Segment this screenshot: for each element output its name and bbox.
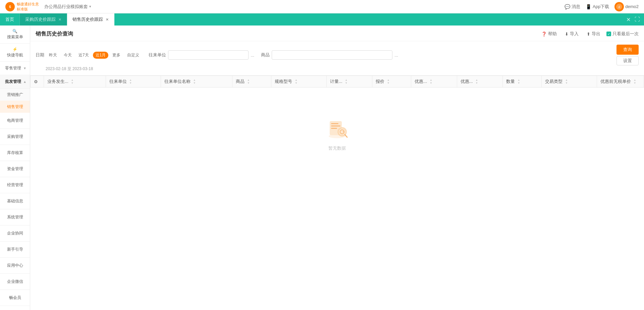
logo-text: 畅捷通好生意 标准版 bbox=[17, 2, 39, 11]
close-window-button[interactable]: ✕ bbox=[626, 16, 631, 23]
svg-rect-7 bbox=[331, 125, 340, 126]
sidebar-item-label: 系统管理 bbox=[7, 214, 23, 220]
app-download-action[interactable]: 📱 App下载 bbox=[586, 4, 609, 10]
top-header: 6 畅捷通好生意 标准版 办公用品行业模拟账套 ▾ 💬 消息 📱 App下载 d… bbox=[0, 0, 644, 13]
logo-icon: 6 bbox=[5, 2, 15, 11]
th-pre-tax[interactable]: 优惠前无税单价 ▲▼ bbox=[597, 76, 644, 88]
sidebar-item-inventory[interactable]: 库存核算 bbox=[0, 145, 30, 161]
tab-purchase-label: 采购历史价跟踪 bbox=[25, 16, 56, 22]
user-area[interactable]: d demo2 bbox=[614, 2, 639, 11]
sidebar-item-wholesale-mgmt[interactable]: 批发管理 ▲ bbox=[0, 75, 30, 89]
page-header: 销售历史价查询 ❓ 帮助 ⬇ 导入 ⬆ 导出 ✓ bbox=[30, 25, 644, 41]
date-btn-more[interactable]: 更多 bbox=[110, 52, 123, 59]
th-quote[interactable]: 报价 ▲▼ bbox=[372, 76, 411, 88]
th-partner-code-label: 往来单位 bbox=[109, 79, 127, 84]
th-qty[interactable]: 数量 ▲▼ bbox=[503, 76, 542, 88]
settings-button[interactable]: 设置 bbox=[616, 56, 639, 65]
gear-icon[interactable]: ⚙ bbox=[34, 79, 38, 84]
date-btn-last1m[interactable]: 近1月 bbox=[93, 52, 109, 59]
th-discount2-label: 优惠... bbox=[461, 79, 473, 84]
th-product[interactable]: 商品 ▲▼ bbox=[232, 76, 271, 88]
th-discount2[interactable]: 优惠... ▲▼ bbox=[457, 76, 502, 88]
tab-purchase-close[interactable]: ✕ bbox=[58, 17, 61, 22]
sidebar-item-search-menu[interactable]: 🔍 搜索菜单 bbox=[0, 25, 30, 44]
help-icon: ❓ bbox=[541, 32, 547, 37]
sort-icons: ▲▼ bbox=[247, 79, 250, 85]
th-unit[interactable]: 计量... ▲▼ bbox=[326, 76, 372, 88]
sidebar-item-enterprise-wechat[interactable]: 企业微信 bbox=[0, 274, 30, 290]
product-input[interactable] bbox=[272, 50, 392, 60]
sort-icons: ▲▼ bbox=[518, 79, 520, 85]
th-spec[interactable]: 规格型号 ▲▼ bbox=[271, 76, 327, 88]
checkbox-checked-icon: ✓ bbox=[606, 32, 611, 36]
chevron-up-icon: ▲ bbox=[23, 80, 26, 84]
export-icon: ⬆ bbox=[587, 32, 590, 37]
sidebar-item-label: 资金管理 bbox=[7, 166, 23, 172]
sidebar-item-marketing[interactable]: 营销推广 bbox=[0, 89, 30, 101]
sort-icons: ▲▼ bbox=[634, 79, 636, 85]
header-left: 6 畅捷通好生意 标准版 办公用品行业模拟账套 ▾ bbox=[5, 2, 94, 11]
sort-icons: ▲▼ bbox=[71, 79, 73, 85]
tab-sales-close[interactable]: ✕ bbox=[106, 17, 109, 22]
partner-dots[interactable]: ... bbox=[251, 53, 254, 58]
app-download-label: App下载 bbox=[593, 4, 609, 10]
sidebar-item-app-center[interactable]: 应用中心 bbox=[0, 258, 30, 274]
export-button[interactable]: ⬆ 导出 bbox=[585, 30, 602, 38]
tab-purchase-history[interactable]: 采购历史价跟踪 ✕ bbox=[20, 13, 67, 25]
main-layout: 🔍 搜索菜单 ⚡ 快捷导航 零售管理 ▼ 批发管理 ▲ 营销推广 销售管理 电商… bbox=[0, 25, 644, 310]
sidebar-item-enterprise-coop[interactable]: 企业协同 bbox=[0, 225, 30, 242]
product-dots[interactable]: ... bbox=[394, 53, 398, 58]
th-product-label: 商品 bbox=[236, 79, 245, 84]
query-settings-group: 查询 设置 bbox=[616, 45, 639, 65]
sidebar-item-ecommerce[interactable]: 电商管理 bbox=[0, 113, 30, 129]
sidebar-item-quick-nav[interactable]: ⚡ 快捷导航 bbox=[0, 44, 30, 62]
sidebar-item-label: 零售管理 bbox=[3, 65, 22, 71]
th-biz-date[interactable]: 业务发生... ▲▼ bbox=[44, 76, 106, 88]
sidebar-item-label: 批发管理 bbox=[3, 79, 22, 85]
user-name: demo2 bbox=[625, 4, 639, 9]
fullscreen-button[interactable]: ⛶ bbox=[635, 16, 640, 22]
date-btn-custom[interactable]: 自定义 bbox=[124, 52, 142, 59]
sidebar-item-member[interactable]: 畅会员 bbox=[0, 290, 30, 306]
tab-home-label: 首页 bbox=[5, 16, 14, 22]
th-partner-code[interactable]: 往来单位 ▲▼ bbox=[106, 76, 161, 88]
help-label: 帮助 bbox=[548, 31, 557, 37]
sidebar-item-purchase[interactable]: 采购管理 bbox=[0, 129, 30, 145]
query-button[interactable]: 查询 bbox=[616, 45, 639, 55]
tab-home[interactable]: 首页 bbox=[0, 13, 20, 25]
sidebar-item-finance[interactable]: 资金管理 bbox=[0, 161, 30, 177]
th-pre-tax-label: 优惠前无税单价 bbox=[600, 79, 631, 84]
date-filter-group: 日期 昨天 今天 近7天 近1月 更多 自定义 bbox=[36, 52, 142, 59]
help-button[interactable]: ❓ 帮助 bbox=[539, 30, 559, 38]
sort-icons: ▲▼ bbox=[387, 79, 390, 85]
th-discount1[interactable]: 优惠... ▲▼ bbox=[411, 76, 457, 88]
sidebar-item-sales-mgmt[interactable]: 销售管理 bbox=[0, 101, 30, 113]
sort-icons: ▲▼ bbox=[193, 79, 196, 85]
sidebar-item-label: 新手引导 bbox=[7, 247, 23, 252]
message-action[interactable]: 💬 消息 bbox=[565, 4, 580, 10]
date-range-text: 2023-02-18 至 2023-03-18 bbox=[46, 66, 93, 71]
th-partner-name[interactable]: 往来单位名称 ▲▼ bbox=[161, 76, 232, 88]
th-trade-type[interactable]: 交易类型 ▲▼ bbox=[542, 76, 597, 88]
sidebar-item-label: 企业微信 bbox=[7, 279, 23, 285]
tab-bar-actions: ✕ ⛶ bbox=[622, 13, 644, 25]
date-btn-last7[interactable]: 近7天 bbox=[76, 52, 92, 59]
sidebar-item-ops[interactable]: 经营管理 bbox=[0, 177, 30, 193]
message-icon: 💬 bbox=[565, 4, 570, 9]
th-spec-label: 规格型号 bbox=[275, 79, 292, 84]
only-last-checkbox[interactable]: ✓ 只看最后一次 bbox=[606, 31, 639, 37]
workspace-selector[interactable]: 办公用品行业模拟账套 ▾ bbox=[42, 2, 94, 11]
date-btn-yesterday[interactable]: 昨天 bbox=[46, 52, 60, 59]
th-trade-type-label: 交易类型 bbox=[545, 79, 562, 84]
import-button[interactable]: ⬇ 导入 bbox=[563, 30, 581, 38]
sidebar-item-retail-mgmt[interactable]: 零售管理 ▼ bbox=[0, 62, 30, 75]
th-biz-date-label: 业务发生... bbox=[47, 79, 68, 84]
th-quote-label: 报价 bbox=[376, 79, 384, 84]
partner-input[interactable] bbox=[168, 50, 249, 60]
chevron-down-icon: ▼ bbox=[23, 66, 26, 70]
sidebar-item-basic-info[interactable]: 基础信息 bbox=[0, 193, 30, 209]
date-btn-today[interactable]: 今天 bbox=[61, 52, 74, 59]
sidebar-item-system[interactable]: 系统管理 bbox=[0, 209, 30, 225]
tab-sales-history[interactable]: 销售历史价跟踪 ✕ bbox=[67, 13, 114, 25]
sidebar-item-new-guide[interactable]: 新手引导 bbox=[0, 242, 30, 258]
